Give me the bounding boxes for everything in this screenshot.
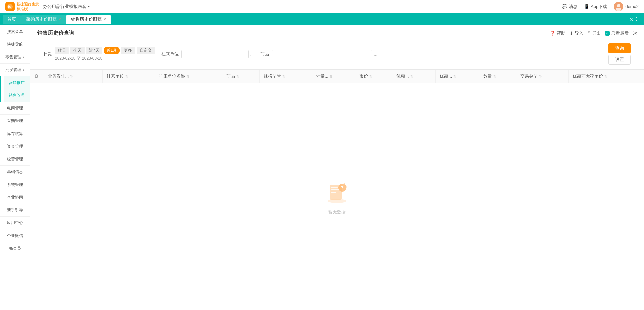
product-input[interactable] [272, 50, 372, 58]
sidebar-item-quick-nav[interactable]: 快捷导航 [0, 38, 30, 51]
sidebar-item-app-center[interactable]: 应用中心 [0, 217, 30, 229]
table-col-trade-type[interactable]: 交易类型 ⇅ [516, 70, 569, 83]
data-table: ⚙ 业务发生... ⇅ 往来单位 ⇅ [30, 70, 644, 83]
date-btn-yesterday[interactable]: 昨天 [55, 47, 69, 54]
tab-fullscreen-icon[interactable]: ⛶ [636, 16, 641, 22]
system-label: 系统管理 [7, 182, 23, 188]
sort-icon: ⇅ [236, 74, 239, 78]
username-label: demo2 [625, 4, 639, 9]
sidebar-item-operations[interactable]: 经营管理 [0, 153, 30, 166]
svg-point-12 [343, 183, 345, 185]
help-button[interactable]: ❓ 帮助 [550, 30, 566, 36]
date-btn-today[interactable]: 今天 [70, 47, 85, 54]
table-col-spec[interactable]: 规格型号 ⇅ [259, 70, 312, 83]
partner-dots-button[interactable]: ... [250, 52, 254, 57]
sort-icon: ⇅ [70, 74, 73, 78]
message-button[interactable]: 💬 消息 [562, 4, 577, 10]
sidebar-item-marketing[interactable]: 营销推广 [4, 76, 30, 89]
app-selector[interactable]: 办公用品行业模拟账套 ▾ [43, 4, 90, 10]
sidebar-item-wechat[interactable]: 企业微信 [0, 229, 30, 242]
enterprise-label: 企业协同 [7, 195, 23, 200]
retail-arrow-icon: ▾ [23, 55, 24, 59]
checkbox-icon [605, 31, 610, 36]
page-title-row: 销售历史价查询 ❓ 帮助 ⤓ 导入 ⤒ 导出 [37, 30, 637, 37]
operations-label: 经营管理 [7, 156, 23, 162]
tab-purchase-history[interactable]: 采购历史价跟踪 × [21, 15, 66, 24]
table-col-business-date[interactable]: 业务发生... ⇅ [44, 70, 102, 83]
sales-tab-close-icon[interactable]: × [104, 17, 106, 21]
tab-home[interactable]: 首页 [3, 15, 21, 24]
table-col-discount2[interactable]: 优惠... ⇅ [436, 70, 479, 83]
table-col-partner-code[interactable]: 往来单位 ⇅ [102, 70, 155, 83]
date-btn-custom[interactable]: 自定义 [137, 47, 155, 54]
tab-sales-history[interactable]: 销售历史价跟踪 × [66, 15, 111, 24]
sidebar-item-guide[interactable]: 新手引导 [0, 204, 30, 217]
sidebar-item-purchase-mgmt[interactable]: 采购管理 [0, 115, 30, 127]
sidebar-item-search-menu[interactable]: 搜索菜单 [0, 25, 30, 38]
svg-text:?: ? [341, 185, 344, 190]
partner-input[interactable] [181, 50, 249, 58]
marketing-label: 营销推广 [9, 80, 25, 86]
download-icon: 📱 [584, 4, 589, 9]
date-btn-1month[interactable]: 近1月 [104, 47, 120, 54]
sidebar-item-system[interactable]: 系统管理 [0, 178, 30, 191]
sidebar-item-sales-mgmt[interactable]: 销售管理 [4, 89, 30, 102]
tab-bar: 首页 采购历史价跟踪 × 销售历史价跟踪 × ✕ ⛶ [0, 13, 644, 25]
member-label: 畅会员 [9, 246, 21, 251]
only-last-checkbox[interactable]: 只看最后一次 [605, 30, 637, 36]
content-area: 销售历史价查询 ❓ 帮助 ⤓ 导入 ⤒ 导出 [30, 25, 644, 310]
table-col-settings[interactable]: ⚙ [30, 70, 44, 83]
date-label: 日期 [44, 51, 52, 57]
sort-icon: ⇅ [186, 74, 189, 78]
export-button[interactable]: ⤒ 导出 [587, 30, 601, 36]
logo-text: 畅捷通好生意标准版 [17, 2, 39, 11]
gear-icon[interactable]: ⚙ [34, 73, 39, 79]
sort-icon: ⇅ [410, 74, 413, 78]
finance-label: 资金管理 [7, 144, 23, 149]
user-area[interactable]: demo2 [614, 2, 639, 11]
tab-bar-right: ✕ ⛶ [629, 16, 641, 23]
sidebar-item-enterprise[interactable]: 企业协同 [0, 191, 30, 204]
date-btn-7days[interactable]: 近7天 [86, 47, 102, 54]
sidebar-item-member[interactable]: 畅会员 [0, 242, 30, 255]
empty-text: 暂无数据 [328, 209, 346, 215]
table-col-partner-name[interactable]: 往来单位名称 ⇅ [155, 70, 222, 83]
sidebar-item-retail-mgmt[interactable]: 零售管理 ▾ [0, 51, 30, 64]
svg-point-4 [616, 8, 621, 11]
sidebar-item-inventory[interactable]: 库存核算 [0, 127, 30, 140]
empty-illustration: ? [324, 178, 351, 205]
sidebar-item-wholesale-mgmt[interactable]: 批发管理 ▴ [0, 64, 30, 76]
logo-area: 畅 畅捷通好生意标准版 [5, 2, 39, 11]
settings-button[interactable]: 设置 [608, 55, 631, 65]
purchase-mgmt-label: 采购管理 [7, 118, 23, 124]
date-btn-more[interactable]: 更多 [121, 47, 135, 54]
sidebar-item-finance[interactable]: 资金管理 [0, 140, 30, 153]
table-col-unit[interactable]: 计量... ⇅ [312, 70, 355, 83]
top-bar-right: 💬 消息 📱 App下载 demo2 [562, 2, 639, 11]
product-filter-group: 商品 ... [260, 50, 377, 58]
top-bar-left: 畅 畅捷通好生意标准版 办公用品行业模拟账套 ▾ [5, 2, 90, 11]
page-actions: ❓ 帮助 ⤓ 导入 ⤒ 导出 只看最后一次 [550, 30, 637, 36]
svg-rect-7 [331, 187, 338, 188]
import-button[interactable]: ⤓ 导入 [570, 30, 583, 36]
tab-close-all-icon[interactable]: ✕ [629, 16, 633, 23]
main-layout: 搜索菜单 快捷导航 零售管理 ▾ 批发管理 ▴ 营销推广 销售管理 电商管理 采… [0, 25, 644, 310]
purchase-tab-close-icon[interactable]: × [59, 17, 61, 21]
help-icon: ❓ [550, 31, 555, 36]
table-col-quantity[interactable]: 数量 ⇅ [479, 70, 516, 83]
search-button[interactable]: 查询 [608, 43, 631, 53]
import-icon: ⤓ [570, 31, 573, 36]
table-col-quote[interactable]: 报价 ⇅ [355, 70, 392, 83]
download-button[interactable]: 📱 App下载 [584, 4, 607, 10]
table-col-discount1[interactable]: 优惠... ⇅ [392, 70, 436, 83]
table-col-product[interactable]: 商品 ⇅ [222, 70, 259, 83]
svg-rect-9 [331, 192, 336, 193]
partner-input-group: ... [181, 50, 254, 58]
sidebar-item-ecommerce[interactable]: 电商管理 [0, 102, 30, 115]
product-dots-button[interactable]: ... [374, 52, 377, 57]
sidebar-item-basic-info[interactable]: 基础信息 [0, 166, 30, 178]
avatar [614, 2, 623, 11]
date-range-display: 2023-02-18 至 2023-03-18 [55, 56, 155, 61]
wholesale-mgmt-label: 批发管理 [5, 67, 21, 73]
table-col-pretax-price[interactable]: 优惠前无税单价 ⇅ [569, 70, 644, 83]
